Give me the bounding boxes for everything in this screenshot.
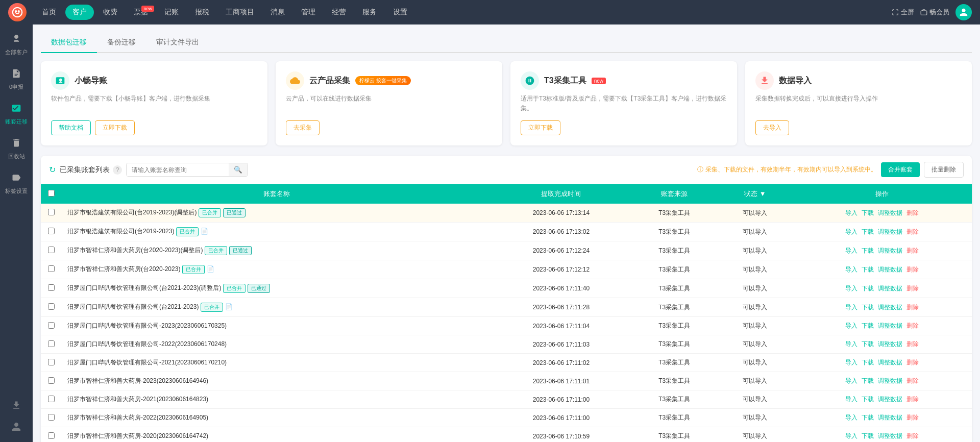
action-删除[interactable]: 删除 <box>906 285 919 292</box>
row-checkbox[interactable] <box>48 414 55 421</box>
action-导入[interactable]: 导入 <box>845 322 857 329</box>
action-删除[interactable]: 删除 <box>906 209 919 216</box>
row-checkbox[interactable] <box>48 209 55 215</box>
search-button[interactable]: 🔍 <box>229 163 248 176</box>
select-all-checkbox[interactable] <box>48 190 55 197</box>
batch-delete-button[interactable]: 批量删除 <box>924 162 964 178</box>
nav-tax[interactable]: 报税 <box>188 5 216 20</box>
action-下载[interactable]: 下载 <box>862 340 874 348</box>
action-调整数据[interactable]: 调整数据 <box>878 340 902 348</box>
row-checkbox[interactable] <box>48 322 55 329</box>
tab-backup-migrate[interactable]: 备份迁移 <box>97 33 146 53</box>
row-checkbox[interactable] <box>48 303 55 310</box>
fullscreen-button[interactable]: 全屏 <box>892 8 914 17</box>
row-checkbox[interactable] <box>48 228 55 234</box>
action-导入[interactable]: 导入 <box>845 247 857 254</box>
refresh-icon[interactable]: ↻ <box>49 165 56 175</box>
action-调整数据[interactable]: 调整数据 <box>878 432 902 439</box>
nav-fee[interactable]: 收费 <box>96 5 125 20</box>
action-删除[interactable]: 删除 <box>906 247 919 254</box>
sidebar-user[interactable] <box>2 416 31 438</box>
action-下载[interactable]: 下载 <box>862 396 874 403</box>
action-调整数据[interactable]: 调整数据 <box>878 322 902 329</box>
action-导入[interactable]: 导入 <box>845 432 857 439</box>
file-icon[interactable]: 📄 <box>225 303 233 310</box>
action-下载[interactable]: 下载 <box>862 209 874 216</box>
sidebar-item-tag-settings[interactable]: 标签设置 <box>2 167 31 200</box>
action-下载[interactable]: 下载 <box>862 414 874 421</box>
action-下载[interactable]: 下载 <box>862 285 874 292</box>
action-导入[interactable]: 导入 <box>845 377 857 384</box>
row-checkbox[interactable] <box>48 247 55 253</box>
nav-bookkeeping[interactable]: 记账 <box>157 5 186 20</box>
action-删除[interactable]: 删除 <box>906 396 919 403</box>
tab-data-migrate[interactable]: 数据包迁移 <box>41 33 97 53</box>
action-删除[interactable]: 删除 <box>906 432 919 439</box>
sidebar-item-all-customers[interactable]: 全部客户 <box>2 29 31 61</box>
action-调整数据[interactable]: 调整数据 <box>878 247 902 254</box>
sidebar-item-recycle[interactable]: 回收站 <box>2 133 31 165</box>
xiaochang-download-btn[interactable]: 立即下载 <box>95 120 135 135</box>
action-调整数据[interactable]: 调整数据 <box>878 377 902 384</box>
action-删除[interactable]: 删除 <box>906 340 919 348</box>
row-checkbox[interactable] <box>48 432 55 439</box>
nav-manage[interactable]: 管理 <box>294 5 323 20</box>
action-删除[interactable]: 删除 <box>906 266 919 273</box>
cloud-collect-btn[interactable]: 去采集 <box>286 120 320 135</box>
action-下载[interactable]: 下载 <box>862 228 874 235</box>
t3-download-btn[interactable]: 立即下载 <box>521 120 560 135</box>
action-导入[interactable]: 导入 <box>845 209 857 216</box>
file-icon[interactable]: 📄 <box>201 228 208 235</box>
action-导入[interactable]: 导入 <box>845 266 857 273</box>
action-删除[interactable]: 删除 <box>906 377 919 384</box>
user-avatar[interactable] <box>955 4 972 20</box>
action-下载[interactable]: 下载 <box>862 304 874 311</box>
sidebar-download[interactable] <box>2 395 31 416</box>
file-icon[interactable]: 📄 <box>207 265 214 273</box>
action-删除[interactable]: 删除 <box>906 322 919 329</box>
action-调整数据[interactable]: 调整数据 <box>878 285 902 292</box>
tab-audit-export[interactable]: 审计文件导出 <box>146 33 209 53</box>
import-go-btn[interactable]: 去导入 <box>755 120 789 135</box>
action-调整数据[interactable]: 调整数据 <box>878 414 902 421</box>
sidebar-item-account-migrate[interactable]: 账套迁移 <box>2 98 31 131</box>
nav-operation[interactable]: 经营 <box>325 5 353 20</box>
row-checkbox[interactable] <box>48 396 55 402</box>
nav-invoice[interactable]: 票据 new <box>127 5 155 20</box>
row-checkbox[interactable] <box>48 265 55 272</box>
action-删除[interactable]: 删除 <box>906 359 919 366</box>
action-调整数据[interactable]: 调整数据 <box>878 266 902 273</box>
action-下载[interactable]: 下载 <box>862 247 874 254</box>
help-icon[interactable]: ? <box>113 165 122 175</box>
action-导入[interactable]: 导入 <box>845 228 857 235</box>
row-checkbox[interactable] <box>48 340 55 347</box>
action-调整数据[interactable]: 调整数据 <box>878 209 902 216</box>
nav-message[interactable]: 消息 <box>263 5 292 20</box>
nav-service[interactable]: 服务 <box>355 5 384 20</box>
action-调整数据[interactable]: 调整数据 <box>878 228 902 235</box>
nav-home[interactable]: 首页 <box>35 5 63 20</box>
nav-customer[interactable]: 客户 <box>65 5 94 20</box>
merge-accounts-button[interactable]: 合并账套 <box>881 162 920 177</box>
nav-business[interactable]: 工商项目 <box>218 5 261 20</box>
app-logo[interactable] <box>8 3 27 21</box>
search-input[interactable] <box>127 163 229 176</box>
member-button[interactable]: 畅会员 <box>920 8 949 17</box>
row-checkbox[interactable] <box>48 377 55 384</box>
action-下载[interactable]: 下载 <box>862 322 874 329</box>
action-导入[interactable]: 导入 <box>845 285 857 292</box>
action-导入[interactable]: 导入 <box>845 414 857 421</box>
action-下载[interactable]: 下载 <box>862 359 874 366</box>
action-下载[interactable]: 下载 <box>862 377 874 384</box>
action-下载[interactable]: 下载 <box>862 432 874 439</box>
xiaochang-help-btn[interactable]: 帮助文档 <box>51 120 91 135</box>
sidebar-item-zero-declare[interactable]: 0申报 <box>2 63 31 96</box>
action-导入[interactable]: 导入 <box>845 340 857 348</box>
row-checkbox[interactable] <box>48 359 55 365</box>
action-导入[interactable]: 导入 <box>845 359 857 366</box>
action-删除[interactable]: 删除 <box>906 414 919 421</box>
action-导入[interactable]: 导入 <box>845 304 857 311</box>
action-调整数据[interactable]: 调整数据 <box>878 396 902 403</box>
action-下载[interactable]: 下载 <box>862 266 874 273</box>
row-checkbox[interactable] <box>48 284 55 291</box>
